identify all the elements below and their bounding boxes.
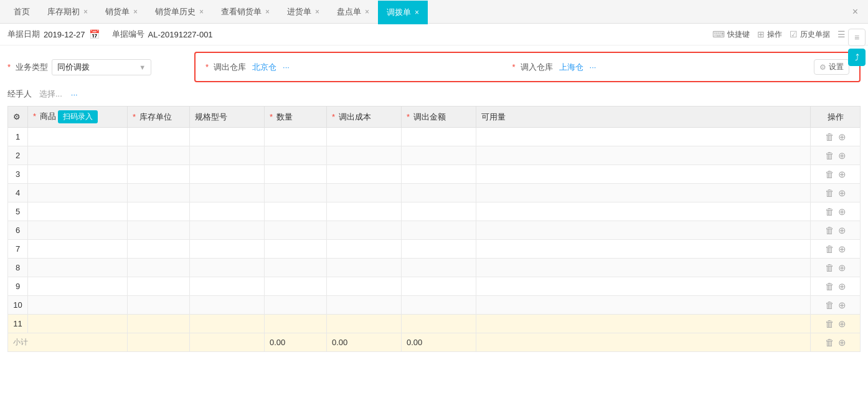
row-cost-8[interactable]	[327, 259, 402, 277]
row-spec-9[interactable]	[190, 277, 265, 296]
row-unit-11[interactable]	[128, 315, 190, 333]
row-spec-8[interactable]	[190, 259, 265, 277]
row-amount-7[interactable]	[402, 240, 476, 259]
copy-icon-5[interactable]: ⊕	[838, 206, 846, 217]
row-product-3[interactable]	[28, 165, 128, 184]
row-spec-7[interactable]	[190, 240, 265, 259]
row-cost-7[interactable]	[327, 240, 402, 259]
biz-type-select[interactable]: 同价调拨 ▼	[52, 59, 151, 75]
row-product-8[interactable]	[28, 259, 128, 277]
row-amount-6[interactable]	[402, 221, 476, 240]
history-btn[interactable]: ☑ 历史单据	[790, 29, 830, 40]
subtotal-delete-icon[interactable]: 🗑	[825, 337, 834, 348]
row-unit-5[interactable]	[128, 202, 190, 221]
scan-entry-button[interactable]: 扫码录入	[58, 110, 98, 123]
close-all-tabs[interactable]: ×	[847, 6, 863, 17]
calendar-icon[interactable]: 📅	[89, 29, 100, 39]
shortcut-btn[interactable]: ⌨ 快捷键	[712, 29, 750, 40]
row-available-3[interactable]	[476, 165, 811, 184]
tab-home[interactable]: 首页	[5, 0, 39, 24]
row-amount-11[interactable]	[402, 315, 476, 333]
delete-icon-3[interactable]: 🗑	[825, 169, 834, 179]
row-cost-6[interactable]	[327, 221, 402, 240]
row-product-1[interactable]	[28, 128, 128, 146]
row-unit-7[interactable]	[128, 240, 190, 259]
tab-close-inventory-init[interactable]: ×	[83, 7, 88, 16]
row-cost-4[interactable]	[327, 184, 402, 202]
delete-icon-5[interactable]: 🗑	[825, 206, 834, 217]
row-amount-3[interactable]	[402, 165, 476, 184]
row-available-9[interactable]	[476, 277, 811, 296]
tab-close-sales-order[interactable]: ×	[133, 7, 138, 16]
row-available-6[interactable]	[476, 221, 811, 240]
row-unit-9[interactable]	[128, 277, 190, 296]
delete-icon-7[interactable]: 🗑	[825, 244, 834, 254]
row-product-11[interactable]	[28, 315, 128, 333]
row-available-5[interactable]	[476, 202, 811, 221]
copy-icon-8[interactable]: ⊕	[838, 262, 846, 274]
row-cost-5[interactable]	[327, 202, 402, 221]
row-qty-11[interactable]	[265, 315, 327, 333]
sidebar-export-btn[interactable]: ⤴	[848, 49, 866, 66]
delete-icon-4[interactable]: 🗑	[825, 188, 834, 198]
delete-icon-8[interactable]: 🗑	[825, 262, 834, 273]
row-available-1[interactable]	[476, 128, 811, 146]
from-warehouse-more[interactable]: ···	[283, 62, 290, 72]
to-warehouse-more[interactable]: ···	[590, 62, 597, 72]
operation-btn[interactable]: ⊞ 操作	[757, 29, 782, 40]
delete-icon-6[interactable]: 🗑	[825, 225, 834, 236]
row-cost-1[interactable]	[327, 128, 402, 146]
row-qty-9[interactable]	[265, 277, 327, 296]
row-available-2[interactable]	[476, 146, 811, 165]
tab-purchase-order[interactable]: 进货单 ×	[278, 0, 328, 24]
tab-view-sales[interactable]: 查看销货单 ×	[212, 0, 278, 24]
tab-sales-order[interactable]: 销货单 ×	[97, 0, 146, 24]
copy-icon-9[interactable]: ⊕	[838, 281, 846, 292]
row-spec-6[interactable]	[190, 221, 265, 240]
row-product-9[interactable]	[28, 277, 128, 296]
copy-icon-4[interactable]: ⊕	[838, 188, 846, 199]
settings-button[interactable]: ⚙ 设置	[814, 59, 849, 75]
row-product-4[interactable]	[28, 184, 128, 202]
row-unit-4[interactable]	[128, 184, 190, 202]
row-qty-10[interactable]	[265, 296, 327, 315]
row-spec-4[interactable]	[190, 184, 265, 202]
row-cost-2[interactable]	[327, 146, 402, 165]
row-spec-1[interactable]	[190, 128, 265, 146]
row-amount-8[interactable]	[402, 259, 476, 277]
row-available-8[interactable]	[476, 259, 811, 277]
delete-icon-1[interactable]: 🗑	[825, 131, 834, 142]
row-qty-1[interactable]	[265, 128, 327, 146]
tab-close-transfer-order[interactable]: ×	[415, 8, 419, 17]
row-amount-2[interactable]	[402, 146, 476, 165]
copy-icon-10[interactable]: ⊕	[838, 300, 846, 311]
row-available-4[interactable]	[476, 184, 811, 202]
row-unit-6[interactable]	[128, 221, 190, 240]
tab-transfer-order[interactable]: 调拨单 ×	[378, 1, 428, 24]
row-product-2[interactable]	[28, 146, 128, 165]
row-product-5[interactable]	[28, 202, 128, 221]
row-qty-6[interactable]	[265, 221, 327, 240]
copy-icon-11[interactable]: ⊕	[838, 318, 846, 330]
tab-sales-history[interactable]: 销货单历史 ×	[146, 0, 212, 24]
tab-close-view-sales[interactable]: ×	[265, 7, 270, 16]
row-amount-1[interactable]	[402, 128, 476, 146]
row-unit-3[interactable]	[128, 165, 190, 184]
tab-inventory-init[interactable]: 库存期初 ×	[39, 0, 97, 24]
delete-icon-11[interactable]: 🗑	[825, 318, 834, 329]
row-cost-10[interactable]	[327, 296, 402, 315]
delete-icon-10[interactable]: 🗑	[825, 300, 834, 310]
row-qty-8[interactable]	[265, 259, 327, 277]
row-cost-9[interactable]	[327, 277, 402, 296]
row-amount-9[interactable]	[402, 277, 476, 296]
subtotal-copy-icon[interactable]: ⊕	[838, 337, 846, 348]
person-more[interactable]: ···	[71, 90, 78, 99]
row-amount-4[interactable]	[402, 184, 476, 202]
row-spec-11[interactable]	[190, 315, 265, 333]
tab-inventory-check[interactable]: 盘点单 ×	[328, 0, 378, 24]
row-available-7[interactable]	[476, 240, 811, 259]
row-unit-8[interactable]	[128, 259, 190, 277]
layout-toggle-btn[interactable]: ☰	[837, 29, 846, 39]
row-qty-7[interactable]	[265, 240, 327, 259]
copy-icon-6[interactable]: ⊕	[838, 225, 846, 236]
